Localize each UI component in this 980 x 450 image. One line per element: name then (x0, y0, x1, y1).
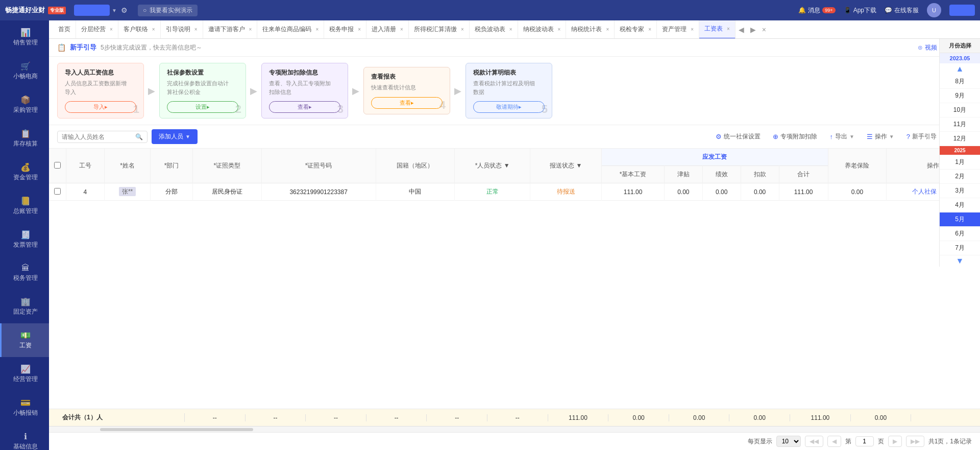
tab-close[interactable]: × (358, 27, 361, 32)
tab-close[interactable]: × (727, 26, 730, 32)
operation-icon: ☰ (867, 133, 873, 140)
sidebar-item-inventory[interactable]: 📋 库存核算 (0, 122, 49, 155)
tab-tax-report[interactable]: 税务申报× (324, 20, 366, 39)
video-link[interactable]: ⊙ 视频 (918, 43, 937, 52)
tab-tax-burden[interactable]: 税负波动表× (470, 20, 518, 39)
tab-close-all-button[interactable]: × (759, 26, 769, 34)
operation-button[interactable]: ☰ 操作 ▼ (864, 130, 897, 143)
sidebar-item-purchase[interactable]: 📦 采购管理 (0, 88, 49, 122)
tab-prev-button[interactable]: ◀ (736, 26, 747, 34)
unified-social-button[interactable]: ⚙ 统一社保设置 (713, 130, 764, 143)
month-11[interactable]: 11月 (940, 117, 980, 132)
tab-layered[interactable]: 分层经营× (76, 20, 118, 39)
tab-client[interactable]: 客户联络× (118, 20, 161, 39)
month-3[interactable]: 3月 (940, 184, 980, 198)
step-1-button[interactable]: 导入▸ (65, 101, 136, 113)
tab-tax-wave[interactable]: 纳税波动表× (518, 20, 567, 39)
select-all-checkbox[interactable] (54, 162, 61, 169)
month-6[interactable]: 6月 (940, 227, 980, 241)
tab-next-button[interactable]: ▶ (747, 26, 759, 34)
sidebar-item-invoice[interactable]: 🧾 发票管理 (0, 223, 49, 256)
search-icon[interactable]: 🔍 (135, 133, 143, 140)
sidebar-item-management[interactable]: 📈 经营管理 (0, 357, 49, 391)
month-7[interactable]: 7月 (940, 241, 980, 255)
sidebar-item-assets[interactable]: 🏢 固定资产 (0, 290, 49, 323)
newuser-guide-button[interactable]: ? 新手引导 (903, 130, 940, 143)
tab-home[interactable]: 首页 (53, 20, 76, 39)
tab-close[interactable]: × (194, 27, 198, 32)
month-4[interactable]: 4月 (940, 198, 980, 212)
footer-summary: 会计共（1）人 -- -- -- -- -- -- 111.00 0.00 0.… (57, 413, 972, 422)
tab-close[interactable]: × (110, 27, 113, 32)
page-size-select[interactable]: 10 20 50 (776, 436, 801, 447)
step-4-button[interactable]: 查看▸ (371, 97, 443, 109)
tab-clearing[interactable]: 进入清册× (366, 20, 409, 39)
special-deduct-button[interactable]: ⊕ 专项附加扣除 (770, 130, 820, 143)
step-4-title: 查看报表 (371, 73, 443, 81)
sidebar-item-finance[interactable]: 💰 资金管理 (0, 155, 49, 189)
tab-close[interactable]: × (400, 27, 403, 32)
sidebar-item-salary[interactable]: 💵 工资 (0, 323, 49, 357)
month-5[interactable]: 5月 (940, 212, 980, 227)
app-name: 畅捷通好业财 (5, 6, 45, 15)
tab-close[interactable]: × (648, 27, 651, 32)
sidebar-item-sales[interactable]: 📊 销售管理 (0, 20, 49, 54)
message-button[interactable]: 🔔 消息 99+ (798, 6, 835, 15)
row-checkbox[interactable] (54, 188, 61, 195)
user-dropdown[interactable]: ▼ (66, 5, 117, 16)
tab-close[interactable]: × (509, 27, 512, 32)
tab-guide-info[interactable]: 引导说明× (161, 20, 203, 39)
tab-close[interactable]: × (558, 27, 561, 32)
app-download-button[interactable]: 📱 App下载 (844, 6, 876, 15)
month-8[interactable]: 8月 (940, 75, 980, 89)
sidebar-item-ecommerce[interactable]: 🛒 小畅电商 (0, 54, 49, 88)
tab-close[interactable]: × (249, 27, 252, 32)
settings-icon[interactable]: ⚙ (121, 6, 128, 14)
tab-close[interactable]: × (691, 27, 694, 32)
personal-social-link[interactable]: 个人社保 (912, 188, 937, 195)
horizontal-scrollbar[interactable] (100, 428, 253, 431)
export-button[interactable]: ↑ 导出 ▼ (826, 130, 857, 143)
tab-product-code[interactable]: 往来单位商品编码× (257, 20, 324, 39)
tab-close[interactable]: × (152, 27, 155, 32)
sidebar-item-expense[interactable]: 💳 小畅报销 (0, 391, 49, 424)
month-panel-year[interactable]: 2023.05 (940, 53, 980, 63)
salary-icon: 💵 (2, 330, 49, 340)
tab-salary[interactable]: 工资表× (699, 20, 736, 39)
step-3-button[interactable]: 查看▸ (269, 101, 340, 113)
first-page-button[interactable]: ◀◀ (805, 436, 823, 447)
tab-assets[interactable]: 资产管理× (657, 20, 699, 39)
tab-tax-stat[interactable]: 纳税统计表× (566, 20, 615, 39)
sidebar-item-tax[interactable]: 🏛 税务管理 (0, 256, 49, 290)
month-10[interactable]: 10月 (940, 103, 980, 117)
month-2[interactable]: 2月 (940, 170, 980, 184)
tab-close[interactable]: × (461, 27, 464, 32)
search-input[interactable] (62, 133, 133, 140)
sidebar-item-label: 资金管理 (2, 173, 49, 182)
tab-tax-expert[interactable]: 税检专家× (615, 20, 657, 39)
avatar[interactable]: U (927, 3, 941, 17)
sidebar-item-basic[interactable]: ℹ 基础信息 (0, 424, 49, 450)
month-1[interactable]: 1月 (940, 155, 980, 170)
last-page-button[interactable]: ▶▶ (906, 436, 924, 447)
month-panel-up[interactable]: ▲ (940, 63, 980, 75)
prev-page-button[interactable]: ◀ (827, 436, 841, 447)
step-2-button[interactable]: 设置▸ (167, 101, 238, 113)
tab-invite[interactable]: 邀请下游客户× (203, 20, 258, 39)
demo-link[interactable]: ○ 我要看实例演示 (138, 5, 198, 16)
page-input[interactable] (855, 436, 874, 446)
month-panel-down[interactable]: ▼ (940, 255, 980, 267)
th-base-salary: *基本工资 (602, 166, 665, 183)
sidebar-item-ledger[interactable]: 📒 总账管理 (0, 189, 49, 223)
step-5-button[interactable]: 敬请期待▸ (473, 101, 545, 113)
add-person-button[interactable]: 添加人员 ▼ (152, 129, 198, 144)
cell-nationality: 中国 (376, 183, 455, 201)
month-12[interactable]: 12月 (940, 132, 980, 146)
next-page-button[interactable]: ▶ (888, 436, 902, 447)
month-9[interactable]: 9月 (940, 89, 980, 103)
tab-income-tax[interactable]: 所得税汇算清缴× (409, 20, 470, 39)
tab-close[interactable]: × (606, 27, 609, 32)
online-service-button[interactable]: 💬 在线客服 (885, 6, 919, 15)
tab-close[interactable]: × (315, 27, 318, 32)
guide-banner: 📋 新手引导 5步快速完成设置，快去完善信息吧～ ⊙ 视频 ⊙ 帮助 × (49, 39, 980, 57)
